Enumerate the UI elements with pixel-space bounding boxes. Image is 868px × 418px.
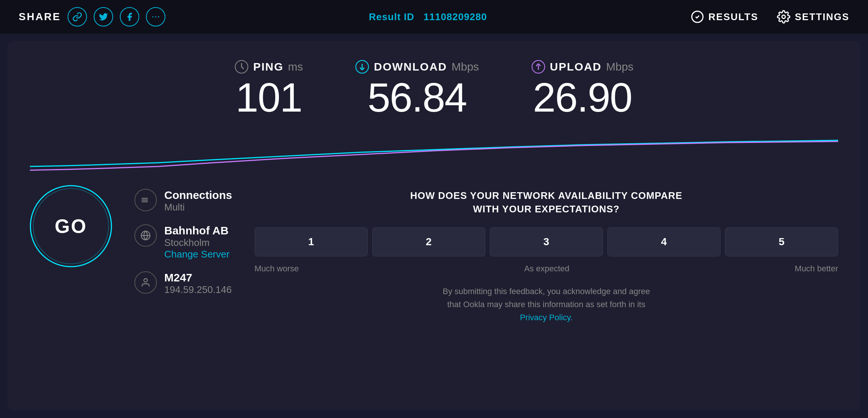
rating-3[interactable]: 3	[490, 227, 603, 256]
client-icon	[134, 271, 157, 294]
result-id-value: 11108209280	[423, 11, 487, 22]
svg-point-4	[782, 15, 785, 19]
upload-header: UPLOAD Mbps	[531, 60, 634, 74]
link-share-icon[interactable]	[68, 7, 87, 26]
ping-label: PING	[253, 60, 283, 73]
connections-row: Connections Multi	[134, 189, 232, 213]
connections-title: Connections	[164, 189, 232, 202]
rating-label-middle: As expected	[524, 264, 569, 274]
topbar: SHARE Result ID	[0, 0, 868, 34]
feedback-question-text: HOW DOES YOUR NETWORK AVAILABILITY COMPA…	[410, 190, 682, 215]
twitter-share-icon[interactable]	[94, 7, 113, 26]
ping-header: PING ms	[234, 60, 303, 74]
connections-value: Multi	[164, 202, 232, 213]
upload-icon	[531, 60, 545, 74]
client-name: M247	[164, 271, 232, 284]
settings-label: SETTINGS	[795, 11, 849, 23]
upload-unit: Mbps	[606, 60, 634, 73]
bottom-section: GO Connections Multi	[30, 185, 838, 324]
facebook-share-icon[interactable]	[120, 7, 139, 26]
isp-row: Bahnhof AB Stockholm Change Server	[134, 224, 232, 260]
download-value: 56.84	[355, 77, 479, 118]
connections-icon	[134, 189, 157, 211]
rating-5[interactable]: 5	[725, 227, 838, 256]
svg-point-10	[144, 279, 147, 282]
privacy-policy-link[interactable]: Privacy Policy.	[520, 313, 573, 322]
ping-value: 101	[234, 77, 303, 118]
rating-label-left: Much worse	[255, 264, 299, 274]
speed-graph	[30, 125, 838, 174]
result-label: Result ID 11108209280	[369, 11, 487, 22]
download-stat: DOWNLOAD Mbps 56.84	[355, 60, 479, 118]
share-section: SHARE	[19, 7, 165, 26]
isp-text: Bahnhof AB Stockholm Change Server	[164, 224, 230, 260]
rating-buttons: 1 2 3 4 5	[255, 227, 838, 256]
go-label: GO	[55, 215, 87, 237]
connection-info: Connections Multi Bahnhof AB Stockholm C…	[134, 185, 232, 296]
isp-name: Bahnhof AB	[164, 224, 230, 237]
rating-labels: Much worse As expected Much better	[255, 264, 838, 274]
nav-right: RESULTS SETTINGS	[691, 10, 849, 24]
svg-point-1	[155, 16, 156, 17]
ping-stat: PING ms 101	[234, 60, 303, 118]
upload-label: UPLOAD	[550, 60, 602, 73]
ping-icon	[234, 60, 249, 74]
rating-label-right: Much better	[795, 264, 838, 274]
download-header: DOWNLOAD Mbps	[355, 60, 479, 74]
feedback-question: HOW DOES YOUR NETWORK AVAILABILITY COMPA…	[255, 189, 838, 216]
rating-2[interactable]: 2	[372, 227, 485, 256]
go-button-wrapper: GO	[30, 185, 112, 267]
disclaimer-text: By submitting this feedback, you acknowl…	[443, 287, 650, 309]
stats-row: PING ms 101 DOWNLOAD Mbps 56.84	[30, 60, 838, 118]
isp-location: Stockholm	[164, 237, 230, 249]
results-nav[interactable]: RESULTS	[691, 10, 758, 24]
upload-stat: UPLOAD Mbps 26.90	[531, 60, 634, 118]
result-id-section: Result ID 11108209280	[369, 11, 487, 23]
connections-text: Connections Multi	[164, 189, 232, 213]
results-label: RESULTS	[709, 11, 758, 23]
download-icon	[355, 60, 369, 74]
rating-4[interactable]: 4	[607, 227, 721, 256]
result-id-label: Result ID	[369, 11, 414, 22]
change-server-link[interactable]: Change Server	[164, 249, 230, 260]
more-share-icon[interactable]	[146, 7, 165, 26]
download-label: DOWNLOAD	[374, 60, 447, 73]
share-label: SHARE	[19, 11, 61, 23]
client-ip: 194.59.250.146	[164, 284, 232, 296]
go-button[interactable]: GO	[30, 185, 112, 267]
settings-nav[interactable]: SETTINGS	[777, 10, 849, 24]
ping-unit: ms	[288, 60, 303, 73]
rating-1[interactable]: 1	[255, 227, 368, 256]
download-unit: Mbps	[451, 60, 479, 73]
feedback-disclaimer: By submitting this feedback, you acknowl…	[255, 285, 838, 324]
client-row: M247 194.59.250.146	[134, 271, 232, 296]
svg-point-0	[152, 16, 153, 17]
svg-point-2	[158, 16, 159, 17]
client-text: M247 194.59.250.146	[164, 271, 232, 296]
upload-value: 26.90	[531, 77, 634, 118]
main-content: PING ms 101 DOWNLOAD Mbps 56.84	[7, 41, 861, 411]
isp-icon	[134, 224, 157, 247]
feedback-section: HOW DOES YOUR NETWORK AVAILABILITY COMPA…	[255, 185, 838, 324]
